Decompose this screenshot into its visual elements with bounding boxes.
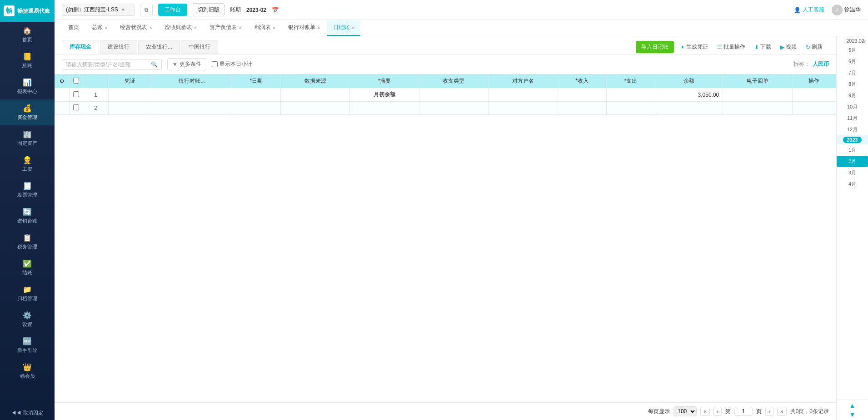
- tab-journal[interactable]: 日记账 ×: [327, 20, 360, 36]
- sidebar-item-ledger[interactable]: 📒 总账: [0, 48, 55, 74]
- subtab-cash[interactable]: 库存现金: [62, 40, 99, 54]
- import-journal-button[interactable]: 导入日记账: [636, 41, 674, 53]
- month-item-3[interactable]: 3月: [837, 167, 868, 178]
- td-checkbox[interactable]: [70, 88, 83, 102]
- sidebar-item-archive[interactable]: 📁 归档管理: [0, 281, 55, 306]
- search-input[interactable]: [66, 61, 148, 68]
- batch-operation-button[interactable]: ☰ 批量操作: [714, 42, 748, 52]
- sidebar-item-tax[interactable]: 📋 税务管理: [0, 229, 55, 255]
- sidebar-item-invoice[interactable]: 🧾 发票管理: [0, 177, 55, 203]
- tab-bank-reconcile-close[interactable]: ×: [317, 25, 320, 30]
- tab-bank-reconcile[interactable]: 银行对账单 ×: [282, 20, 326, 36]
- sidebar-item-salary[interactable]: 👷 工资: [0, 151, 55, 177]
- logo[interactable]: 畅 畅捷通易代账: [0, 0, 55, 22]
- th-bank-reconcile: 银行对账...: [152, 74, 232, 88]
- first-page-button[interactable]: «: [700, 407, 710, 416]
- th-checkbox[interactable]: [70, 74, 83, 88]
- next-page-button[interactable]: ›: [765, 407, 773, 416]
- company-selector[interactable]: (勿删）江西服宝-LSS ▼: [62, 4, 135, 16]
- tab-receivable-close[interactable]: ×: [194, 25, 197, 30]
- month-item-11[interactable]: 11月: [837, 113, 868, 124]
- subtab-ccb[interactable]: 建设银行: [100, 40, 137, 54]
- tab-assets-close[interactable]: ×: [239, 25, 241, 30]
- th-counterparty: 对方户名: [489, 74, 558, 88]
- prev-page-button[interactable]: ‹: [713, 407, 722, 416]
- subtab-cash-label: 库存现金: [70, 44, 91, 50]
- workbench-button[interactable]: 工作台: [158, 4, 187, 16]
- sidebar-item-purchase[interactable]: 🔄 进销台账: [0, 203, 55, 229]
- month-item-12[interactable]: 12月: [837, 124, 868, 135]
- generate-voucher-button[interactable]: ✦ 生成凭证: [678, 42, 711, 52]
- month-item-10[interactable]: 10月: [837, 101, 868, 113]
- last-page-button[interactable]: »: [777, 407, 787, 416]
- month-item-1[interactable]: 1月: [837, 144, 868, 156]
- user-name: 徐温华: [844, 6, 861, 14]
- month-item-9[interactable]: 9月: [837, 90, 868, 101]
- asset-icon: 🏢: [23, 130, 32, 138]
- tab-business-close[interactable]: ×: [149, 25, 152, 30]
- currency-value[interactable]: 人民币: [813, 60, 829, 68]
- td-checkbox[interactable]: [70, 102, 83, 115]
- salary-icon: 👷: [23, 156, 32, 164]
- tab-profit-close[interactable]: ×: [273, 25, 275, 30]
- old-version-button[interactable]: 切到旧版: [193, 3, 224, 16]
- month-item-5[interactable]: 5月: [837, 44, 868, 56]
- refresh-button[interactable]: ↻ 刷新: [803, 42, 825, 52]
- sidebar-item-close[interactable]: ✅ 结账: [0, 255, 55, 281]
- month-item-6[interactable]: 6月: [837, 56, 868, 67]
- tab-receivable[interactable]: 应收账龄表 ×: [159, 20, 203, 36]
- search-box[interactable]: 🔍: [62, 59, 162, 70]
- tab-assets[interactable]: 资产负债表 ×: [203, 20, 248, 36]
- date-panel-close-button[interactable]: ×: [863, 38, 866, 45]
- sidebar-item-finance[interactable]: 💰 资金管理: [0, 99, 55, 125]
- sidebar-item-asset[interactable]: 🏢 固定资产: [0, 125, 55, 151]
- td-action[interactable]: [792, 102, 836, 115]
- more-filter-button[interactable]: ▼ 更多条件: [167, 58, 206, 70]
- prev-period-label: 2023.02: [846, 38, 864, 44]
- sidebar-item-label: 资金管理: [17, 114, 37, 121]
- sidebar-item-label: 新手引导: [17, 347, 37, 354]
- th-electronic: 电子回单: [723, 74, 792, 88]
- topbar-right: 👤 人工客服 人 徐温华: [794, 5, 861, 15]
- sidebar-item-guide[interactable]: 🆕 新手引导: [0, 332, 55, 358]
- daily-total-check[interactable]: [212, 61, 218, 67]
- sidebar-item-settings[interactable]: ⚙️ 设置: [0, 306, 55, 332]
- show-daily-total-checkbox[interactable]: 显示本日小计: [212, 60, 252, 68]
- month-item-2[interactable]: 2月: [837, 156, 868, 167]
- subtab-abc[interactable]: 农业银行...: [138, 40, 180, 54]
- date-panel-up-button[interactable]: ▲: [849, 402, 856, 409]
- search-icon[interactable]: 🔍: [151, 61, 158, 68]
- month-item-8[interactable]: 8月: [837, 79, 868, 90]
- tab-journal-close[interactable]: ×: [351, 25, 354, 30]
- th-settings[interactable]: ⚙: [55, 74, 70, 88]
- sidebar-item-home[interactable]: 🏠 首页: [0, 22, 55, 48]
- unpin-button[interactable]: ◀◀ 取消固定: [0, 406, 55, 420]
- tab-profit[interactable]: 利润表 ×: [248, 20, 282, 36]
- tab-ledger-close[interactable]: ×: [105, 25, 107, 30]
- sidebar-item-member[interactable]: 👑 畅会员: [0, 358, 55, 384]
- copy-button[interactable]: ⧉: [140, 4, 153, 16]
- video-button[interactable]: ▶ 视频: [778, 42, 799, 52]
- tab-ledger[interactable]: 总账 ×: [85, 20, 114, 36]
- tab-business[interactable]: 经营状况表 ×: [114, 20, 158, 36]
- subtab-boc[interactable]: 中国银行: [181, 40, 218, 54]
- period-edit-icon[interactable]: 📅: [272, 7, 279, 13]
- total-records: 共0页，0条记录: [790, 408, 829, 415]
- tab-home[interactable]: 首页: [62, 20, 85, 36]
- td-electronic: [723, 102, 792, 115]
- td-action[interactable]: [792, 88, 836, 102]
- row-checkbox[interactable]: [73, 91, 79, 97]
- download-button[interactable]: ⬇ 下载: [752, 42, 774, 52]
- page-number-input[interactable]: [734, 407, 753, 416]
- month-item-7[interactable]: 7月: [837, 67, 868, 79]
- date-panel-down-button[interactable]: ▼: [849, 411, 856, 418]
- per-page-select[interactable]: 100 20 50 200: [673, 406, 697, 416]
- month-item-4[interactable]: 4月: [837, 178, 868, 190]
- row-checkbox[interactable]: [73, 104, 79, 110]
- table-header-row: ⚙ 凭证 银行对账... *日期 数据来源 *摘要 收支类型 对方户名 *收入 …: [55, 74, 836, 88]
- service-button[interactable]: 👤 人工客服: [794, 6, 824, 14]
- member-icon: 👑: [23, 363, 32, 371]
- select-all-checkbox[interactable]: [73, 78, 79, 84]
- sidebar-item-report[interactable]: 📊 报表中心: [0, 74, 55, 99]
- user-menu[interactable]: 人 徐温华: [832, 5, 861, 15]
